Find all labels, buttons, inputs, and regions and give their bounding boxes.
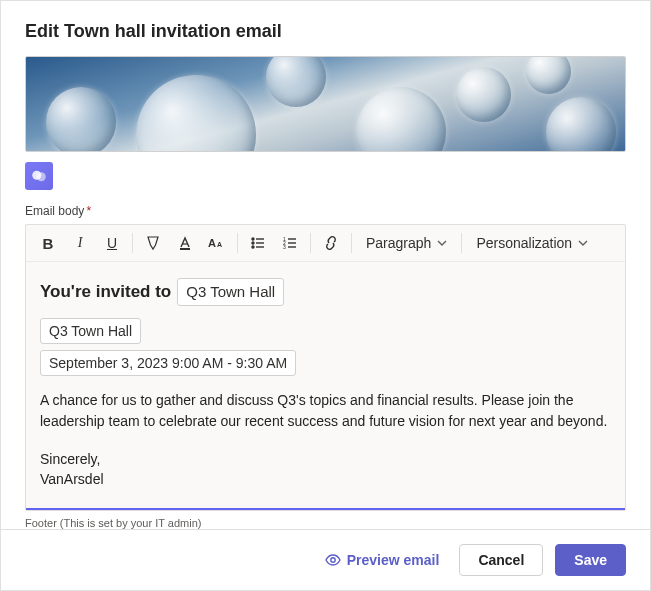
toolbar-separator [237,233,238,253]
save-button[interactable]: Save [555,544,626,576]
event-name-token-2[interactable]: Q3 Town Hall [40,318,141,344]
font-size-button[interactable]: AA [203,229,231,257]
brand-logo[interactable] [25,162,53,190]
event-time-token[interactable]: September 3, 2023 9:00 AM - 9:30 AM [40,350,296,376]
toolbar-separator [310,233,311,253]
save-label: Save [574,552,607,568]
highlight-color-button[interactable] [139,229,167,257]
toolbar-separator [132,233,133,253]
email-signature: Sincerely, VanArsdel [40,449,611,490]
email-body-label: Email body* [25,204,626,218]
paragraph-style-dropdown[interactable]: Paragraph [358,229,455,257]
eye-icon [325,552,341,568]
edit-invitation-dialog: Edit Town hall invitation email Email bo… [1,1,650,590]
personalization-dropdown-label: Personalization [476,235,572,251]
chevron-down-icon [437,238,447,248]
email-body-editor: B I U AA 123 [25,224,626,511]
svg-point-7 [252,242,254,244]
event-name-token[interactable]: Q3 Town Hall [177,278,284,306]
toolbar-separator [461,233,462,253]
email-body-paragraph: A chance for us to gather and discuss Q3… [40,390,611,431]
signature-text: VanArsdel [40,469,611,489]
email-body-label-text: Email body [25,204,84,218]
italic-button[interactable]: I [66,229,94,257]
svg-point-1 [37,172,46,181]
insert-link-button[interactable] [317,229,345,257]
preview-email-button[interactable]: Preview email [317,546,448,574]
toolbar-separator [351,233,352,253]
svg-text:3: 3 [283,244,286,250]
personalization-dropdown[interactable]: Personalization [468,229,596,257]
svg-text:A: A [208,237,216,249]
svg-point-9 [252,246,254,248]
dialog-title: Edit Town hall invitation email [25,21,626,42]
svg-rect-2 [180,248,190,250]
svg-point-17 [331,558,335,562]
bulleted-list-button[interactable] [244,229,272,257]
font-color-button[interactable] [171,229,199,257]
underline-button[interactable]: U [98,229,126,257]
bold-button[interactable]: B [34,229,62,257]
closing-text: Sincerely, [40,449,611,469]
invite-prefix-text: You're invited to [40,280,171,305]
svg-point-5 [252,238,254,240]
paragraph-dropdown-label: Paragraph [366,235,431,251]
editor-toolbar: B I U AA 123 [26,225,625,262]
invite-heading: You're invited to Q3 Town Hall [40,278,611,306]
brand-logo-row [25,162,626,190]
event-detail-tokens: Q3 Town Hall September 3, 2023 9:00 AM -… [40,318,611,377]
footer-section-label: Footer (This is set by your IT admin) [25,517,626,529]
banner-image[interactable] [25,56,626,152]
chevron-down-icon [578,238,588,248]
required-indicator: * [86,204,91,218]
cancel-label: Cancel [478,552,524,568]
dialog-action-bar: Preview email Cancel Save [1,529,650,590]
numbered-list-button[interactable]: 123 [276,229,304,257]
email-body-content[interactable]: You're invited to Q3 Town Hall Q3 Town H… [26,262,625,510]
cancel-button[interactable]: Cancel [459,544,543,576]
preview-email-label: Preview email [347,552,440,568]
svg-text:A: A [217,241,222,248]
